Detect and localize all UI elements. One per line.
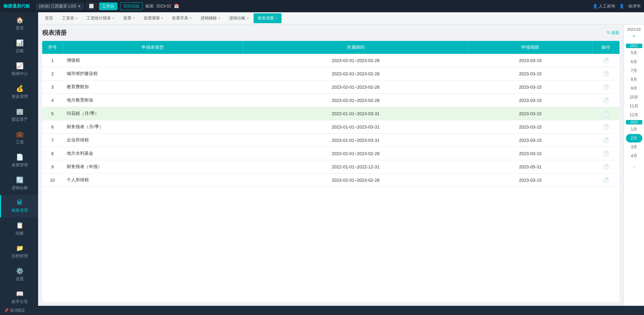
right-panel-header: 2023.02 bbox=[627, 27, 641, 31]
copy-btn[interactable]: ⬜ bbox=[86, 3, 96, 10]
month-item-2022-9月[interactable]: 9月 bbox=[626, 84, 642, 93]
sidebar-item-发票管理[interactable]: 📄发票管理 bbox=[0, 149, 38, 172]
table-row: 6 财务报表（月/季） 2023-01-01~2023-03-31 2023-0… bbox=[42, 120, 619, 134]
file-icon[interactable]: 📄 bbox=[603, 97, 609, 103]
cell-name: 印花税（月/季） bbox=[63, 107, 243, 120]
month-item-2022-10月[interactable]: 10月 bbox=[626, 93, 642, 102]
sidebar-item-进销台账[interactable]: 🔄进销台账 bbox=[0, 172, 38, 195]
sidebar-item-固定资产[interactable]: 🏢固定资产 bbox=[0, 104, 38, 126]
workbench-btn[interactable]: 工作台 bbox=[99, 2, 117, 10]
cell-name: 个人所得税 bbox=[63, 174, 243, 187]
sidebar-icon: 🔄 bbox=[16, 176, 23, 184]
cell-name: 企业所得税 bbox=[63, 134, 243, 147]
file-icon[interactable]: 📄 bbox=[603, 124, 609, 130]
sidebar-item-资金管理[interactable]: 💰资金管理 bbox=[0, 81, 38, 104]
tab-进销稽核[interactable]: 进销稽核× bbox=[196, 13, 224, 23]
sidebar-item-工资[interactable]: 💼工资 bbox=[0, 126, 38, 149]
sidebar-icon: 📊 bbox=[16, 39, 23, 47]
month-item-2023-1月[interactable]: 1月 bbox=[626, 125, 642, 134]
sidebar-item-label: 归档管理 bbox=[12, 253, 28, 259]
cell-period: 2023-02-01~2023-02-28 bbox=[243, 94, 468, 107]
sidebar-item-税务管理[interactable]: 🏛税务管理 bbox=[0, 195, 38, 217]
user-avatar: 👤 bbox=[619, 4, 624, 9]
tab-首页[interactable]: 首页 bbox=[41, 13, 57, 23]
file-icon[interactable]: 📄 bbox=[603, 137, 609, 143]
year-badge-2022[interactable]: 2022 bbox=[626, 44, 642, 48]
month-item-2022-5月[interactable]: 5月 bbox=[626, 49, 642, 57]
file-icon[interactable]: 📄 bbox=[603, 71, 609, 76]
sidebar-item-总账[interactable]: 📊总账 bbox=[0, 35, 38, 58]
sidebar-item-新手引导[interactable]: 📖新手引导 bbox=[0, 286, 38, 306]
sidebar-item-label: 税务管理 bbox=[12, 208, 28, 213]
scroll-down-btn[interactable]: ⌄ bbox=[631, 162, 637, 169]
tab-close-icon[interactable]: × bbox=[161, 16, 163, 20]
sidebar-item-归档管理[interactable]: 📁归档管理 bbox=[0, 240, 38, 263]
user-name: 徐泽华 bbox=[628, 3, 641, 9]
cell-action: 📄 bbox=[592, 94, 619, 107]
page-header: 税表清册 ↻ 刷新 bbox=[42, 29, 619, 37]
cell-seq: 6 bbox=[42, 120, 63, 134]
tab-close-icon[interactable]: × bbox=[275, 16, 277, 20]
col-period: 所属期间 bbox=[243, 41, 468, 54]
cell-action: 📄 bbox=[592, 147, 619, 160]
month-item-2022-12月[interactable]: 12月 bbox=[626, 111, 642, 119]
file-icon[interactable]: 📄 bbox=[603, 58, 609, 63]
table-header-row: 序号 申报表类型 所属期间 申报期限 操作 bbox=[42, 41, 619, 54]
refresh-button[interactable]: ↻ 刷新 bbox=[607, 30, 619, 36]
file-icon[interactable]: 📄 bbox=[603, 111, 609, 116]
tab-close-icon[interactable]: × bbox=[190, 16, 192, 20]
company-dropdown-icon: ▼ bbox=[78, 4, 81, 8]
tab-label: 工资表 bbox=[62, 15, 74, 21]
table-row: 9 财务报表（年报） 2022-01-01~2022-12-31 2023-05… bbox=[42, 160, 619, 174]
cell-deadline: 2023-03-15 bbox=[468, 67, 592, 80]
cell-name: 地方水利基金 bbox=[63, 147, 243, 160]
sidebar-item-报表中心[interactable]: 📈报表中心 bbox=[0, 58, 38, 81]
tab-bar: 首页工资表×工资统计报表×发票×发票测算×发票开具×进销稽核×进销台账×税表清册… bbox=[38, 12, 644, 25]
switch-old-btn[interactable]: 切到旧版 bbox=[120, 2, 143, 10]
tab-进销台账[interactable]: 进销台账× bbox=[225, 13, 253, 23]
main-panel: 税表清册 ↻ 刷新 序号 申报表类型 所属期间 bbox=[38, 25, 624, 306]
tab-发票开具[interactable]: 发票开具× bbox=[168, 13, 196, 23]
scroll-up-btn[interactable]: ⌃ bbox=[631, 34, 637, 42]
tab-close-icon[interactable]: × bbox=[112, 16, 114, 20]
tab-close-icon[interactable]: × bbox=[218, 16, 220, 20]
month-item-2022-6月[interactable]: 6月 bbox=[626, 58, 642, 66]
month-item-2023-2月[interactable]: 2月 bbox=[626, 134, 642, 142]
month-item-2022-8月[interactable]: 8月 bbox=[626, 75, 642, 84]
sidebar-icon: ⚙️ bbox=[16, 267, 23, 275]
sidebar-icon: 💼 bbox=[16, 131, 23, 138]
tab-close-icon[interactable]: × bbox=[76, 16, 78, 20]
month-item-2022-11月[interactable]: 11月 bbox=[626, 102, 642, 110]
sidebar-item-首页[interactable]: 🏠首页 bbox=[0, 12, 38, 35]
human-consult-btn[interactable]: 👤 人工咨询 bbox=[593, 3, 615, 9]
calendar-icon[interactable]: 📅 bbox=[174, 4, 179, 9]
tab-label: 进销台账 bbox=[229, 15, 245, 21]
year-badge-2023[interactable]: 2023 bbox=[626, 120, 642, 124]
tab-close-icon[interactable]: × bbox=[133, 16, 135, 20]
file-icon[interactable]: 📄 bbox=[603, 164, 609, 169]
tab-工资统计报表[interactable]: 工资统计报表× bbox=[82, 13, 118, 23]
company-selector[interactable]: (勿动) 江西服宜-LSS ▼ bbox=[36, 3, 84, 10]
tab-税表清册[interactable]: 税表清册× bbox=[254, 13, 281, 23]
month-item-2023-4月[interactable]: 4月 bbox=[626, 152, 642, 160]
file-icon[interactable]: 📄 bbox=[603, 177, 609, 183]
month-item-2022-7月[interactable]: 7月 bbox=[626, 66, 642, 75]
cell-deadline: 2023-03-15 bbox=[468, 174, 592, 187]
file-icon[interactable]: 📄 bbox=[603, 151, 609, 156]
tab-发票[interactable]: 发票× bbox=[119, 13, 139, 23]
tab-发票测算[interactable]: 发票测算× bbox=[140, 13, 167, 23]
tab-close-icon[interactable]: × bbox=[247, 16, 249, 20]
sidebar-item-结账[interactable]: 📋结账 bbox=[0, 217, 38, 240]
cell-period: 2023-01-01~2023-03-31 bbox=[243, 120, 468, 134]
cell-period: 2023-01-01~2023-03-31 bbox=[243, 107, 468, 120]
unpin-btn[interactable]: 取消固定 bbox=[10, 308, 25, 313]
tab-label: 税表清册 bbox=[258, 15, 274, 21]
sidebar-item-设置[interactable]: ⚙️设置 bbox=[0, 263, 38, 286]
cell-period: 2023-02-01~2023-02-28 bbox=[243, 80, 468, 94]
month-item-2023-3月[interactable]: 3月 bbox=[626, 143, 642, 151]
tab-工资表[interactable]: 工资表× bbox=[58, 13, 82, 23]
file-icon[interactable]: 📄 bbox=[603, 84, 609, 90]
sidebar-icon: 🏢 bbox=[16, 108, 23, 115]
tax-table-container: 序号 申报表类型 所属期间 申报期限 操作 1 增值税 2023-02-01~2… bbox=[42, 41, 619, 302]
cell-seq: 8 bbox=[42, 147, 63, 160]
